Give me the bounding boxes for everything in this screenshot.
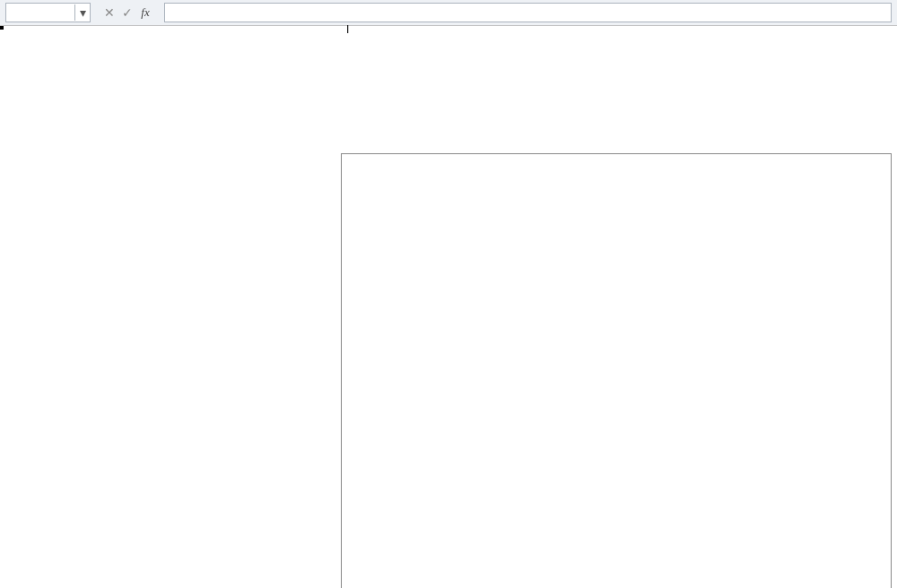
selection-box (0, 26, 4, 30)
name-box-input[interactable] (6, 4, 74, 21)
chart-title (342, 154, 891, 167)
formula-input[interactable] (165, 4, 891, 21)
enter-icon[interactable]: ✓ (121, 5, 134, 20)
formula-buttons: ✕ ✓ fx (98, 5, 157, 20)
cancel-icon[interactable]: ✕ (103, 5, 116, 20)
chart[interactable] (341, 153, 892, 588)
formula-bar: ▾ ✕ ✓ fx (0, 0, 897, 26)
name-box[interactable]: ▾ (5, 3, 91, 22)
name-box-dropdown-icon[interactable]: ▾ (74, 4, 90, 21)
fx-icon[interactable]: fx (139, 5, 152, 20)
worksheet[interactable] (0, 26, 897, 588)
formula-input-wrap[interactable] (164, 3, 892, 22)
chart-plot-area[interactable] (369, 199, 873, 584)
chart-svg (369, 199, 873, 584)
